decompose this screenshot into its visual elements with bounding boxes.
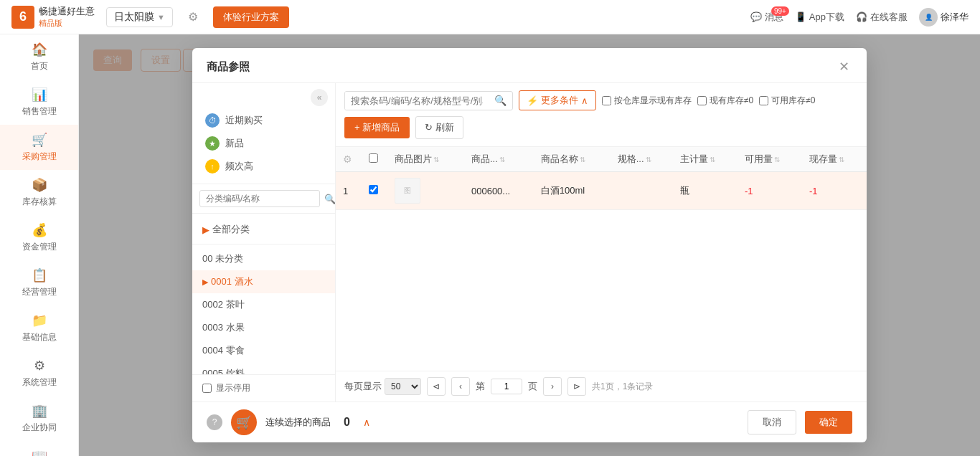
modal-title: 商品参照: [207, 60, 250, 74]
sidebar-item-home[interactable]: 🏠 首页: [0, 34, 78, 80]
modal-body: « ⏱ 近期购买 ★ 新品 ↑: [192, 83, 867, 402]
finance-icon: 💰: [32, 222, 47, 238]
sidebar: 🏠 首页 📊 销售管理 🛒 采购管理 📦 库存核算 💰 资金管理 📋 经营管理 …: [0, 34, 79, 456]
confirm-btn[interactable]: 确定: [805, 411, 852, 434]
online-service-btn[interactable]: 🎧 在线客服: [856, 11, 908, 24]
th-spec-sort[interactable]: 规格... ⇅: [618, 153, 666, 166]
page-number-input[interactable]: [491, 379, 522, 394]
sidebar-item-finance[interactable]: 💰 资金管理: [0, 215, 78, 260]
pagination-row: 每页显示 10 20 50 100 ⊲ ‹ 第: [336, 371, 867, 402]
th-checkbox[interactable]: [362, 147, 387, 172]
cart-count: 0: [339, 416, 354, 429]
cat-search-icon[interactable]: 🔍: [324, 194, 336, 204]
product-reference-modal: 商品参照 ✕ « ⏱: [192, 48, 867, 442]
quick-access: « ⏱ 近期购买 ★ 新品 ↑: [192, 83, 335, 184]
th-code: 商品... ⇅: [464, 147, 534, 172]
collapse-footer-icon[interactable]: ∧: [363, 417, 370, 428]
sidebar-item-guide[interactable]: 📖 新手引导: [0, 441, 78, 456]
sidebar-item-basic[interactable]: 📁 基础信息: [0, 305, 78, 351]
exp-btn[interactable]: 体验行业方案: [213, 6, 289, 28]
by-warehouse-checkbox[interactable]: [602, 96, 611, 105]
available-ne0-checkbox-label[interactable]: 现有库存≠0: [697, 95, 753, 107]
continuous-label: 连续选择的商品: [265, 416, 331, 429]
app-download-btn[interactable]: 📱 App下载: [795, 11, 844, 24]
category-search-input[interactable]: [199, 190, 320, 207]
message-badge: 99+: [771, 6, 789, 16]
show-disabled-checkbox[interactable]: [202, 384, 212, 393]
sidebar-item-operation[interactable]: 📋 经营管理: [0, 260, 78, 305]
th-unit-sort[interactable]: 主计量 ⇅: [680, 153, 730, 166]
usable-ne0-checkbox[interactable]: [759, 96, 768, 105]
cat-snack[interactable]: 0004 零食: [192, 339, 335, 362]
cat-drink[interactable]: 0005 饮料: [192, 362, 335, 374]
user-menu[interactable]: 👤 徐泽华: [919, 8, 969, 27]
store-selector[interactable]: 日太阳膜 ▼: [106, 7, 173, 27]
usable-ne0-checkbox-label[interactable]: 可用库存≠0: [759, 95, 815, 107]
by-warehouse-checkbox-label[interactable]: 按仓库显示现有库存: [602, 95, 692, 107]
avatar: 👤: [919, 8, 938, 27]
freq-icon: ↑: [205, 159, 220, 174]
modal-close-btn[interactable]: ✕: [835, 58, 852, 75]
cat-liquor[interactable]: ▶ 0001 酒水: [192, 270, 335, 293]
td-name: 白酒100ml: [534, 172, 611, 210]
quick-recent[interactable]: ⏱ 近期购买: [199, 109, 328, 132]
filter-icon: ⚡: [527, 95, 538, 106]
sidebar-item-inventory[interactable]: 📦 库存核算: [0, 170, 78, 215]
next-page-btn[interactable]: ›: [543, 377, 562, 396]
page-size-select[interactable]: 10 20 50 100: [385, 378, 421, 395]
cat-fruit[interactable]: 0003 水果: [192, 316, 335, 339]
table-row[interactable]: 1 图: [336, 172, 867, 210]
td-available: -1: [738, 172, 802, 210]
row-checkbox[interactable]: [369, 185, 378, 194]
th-code-sort[interactable]: 商品... ⇅: [471, 153, 527, 166]
logo-text: 畅捷通好生意 精品版: [39, 6, 95, 28]
cart-icon[interactable]: 🛒: [231, 409, 257, 435]
th-stock-sort[interactable]: 现存量 ⇅: [809, 153, 859, 166]
th-image-sort[interactable]: 商品图片 ⇅: [395, 153, 457, 166]
sidebar-item-system[interactable]: ⚙ 系统管理: [0, 351, 78, 396]
main-layout: 🏠 首页 📊 销售管理 🛒 采购管理 📦 库存核算 💰 资金管理 📋 经营管理 …: [0, 34, 980, 456]
guide-icon: 📖: [32, 448, 47, 456]
cat-all[interactable]: ▶ 全部分类: [192, 218, 335, 241]
modal-header: 商品参照 ✕: [192, 48, 867, 83]
th-stock: 现存量 ⇅: [802, 147, 867, 172]
page-size-wrap: 每页显示 10 20 50 100: [344, 378, 421, 395]
help-icon[interactable]: ?: [207, 414, 222, 430]
product-search-input[interactable]: [345, 92, 489, 110]
select-all-checkbox[interactable]: [369, 153, 378, 163]
page-total-info: 共1页，1条记录: [592, 381, 653, 393]
refresh-btn[interactable]: ↻ 刷新: [415, 116, 463, 139]
cat-unclassified[interactable]: 00 未分类: [192, 247, 335, 270]
available-ne0-checkbox[interactable]: [697, 96, 707, 105]
sidebar-item-enterprise[interactable]: 🏢 企业协同: [0, 396, 78, 441]
recent-icon: ⏱: [205, 113, 220, 128]
sidebar-item-purchase[interactable]: 🛒 采购管理: [0, 125, 78, 170]
show-disabled-row[interactable]: 显示停用: [192, 374, 335, 402]
th-name-sort[interactable]: 商品名称 ⇅: [541, 153, 603, 166]
add-product-btn[interactable]: + 新增商品: [344, 117, 410, 138]
quick-freq[interactable]: ↑ 频次高: [199, 155, 328, 178]
cat-tea[interactable]: 0002 茶叶: [192, 293, 335, 316]
expand-icon: ▶: [202, 224, 209, 235]
td-stock: -1: [802, 172, 867, 210]
quick-new[interactable]: ★ 新品: [199, 132, 328, 155]
settings-icon[interactable]: ⚙: [182, 6, 204, 29]
first-page-btn[interactable]: ⊲: [427, 377, 446, 396]
td-code: 000600...: [464, 172, 534, 210]
modal-overlay: 商品参照 ✕ « ⏱: [79, 34, 980, 456]
message-btn[interactable]: 💬 消息 99+: [750, 11, 783, 24]
product-search-btn[interactable]: 🔍: [489, 92, 512, 109]
sales-icon: 📊: [32, 87, 47, 103]
collapse-panel-btn[interactable]: «: [311, 89, 328, 106]
prev-page-btn[interactable]: ‹: [451, 377, 470, 396]
th-available-sort[interactable]: 可用量 ⇅: [745, 153, 795, 166]
last-page-btn[interactable]: ⊳: [567, 377, 586, 396]
cancel-btn[interactable]: 取消: [748, 410, 796, 434]
td-checkbox[interactable]: [362, 172, 387, 210]
topbar-right: 💬 消息 99+ 📱 App下载 🎧 在线客服 👤 徐泽华: [750, 8, 969, 27]
th-settings[interactable]: ⚙: [336, 147, 362, 172]
chevron-down-icon: ▼: [157, 13, 165, 22]
more-filter-btn[interactable]: ⚡ 更多条件 ∧: [519, 90, 596, 110]
sidebar-item-sales[interactable]: 📊 销售管理: [0, 80, 78, 125]
th-available: 可用量 ⇅: [738, 147, 802, 172]
